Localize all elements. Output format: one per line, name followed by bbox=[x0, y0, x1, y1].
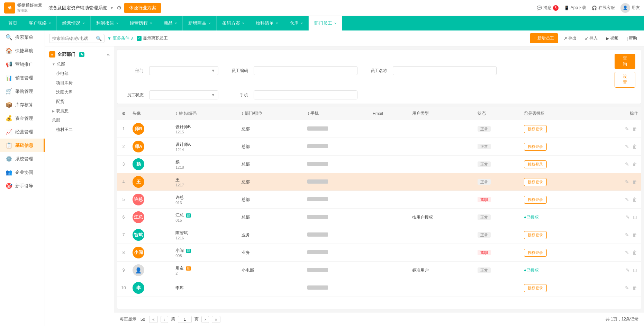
system-title-arrow[interactable]: ▼ bbox=[110, 6, 114, 10]
delete-icon[interactable]: 🗑 bbox=[632, 126, 637, 132]
edit-icon[interactable]: ✎ bbox=[625, 161, 629, 167]
sidebar-item-marketing[interactable]: 📢 营销推广 bbox=[0, 58, 45, 71]
tab-barcode[interactable]: 条码方案 × bbox=[217, 16, 250, 30]
show-resigned-wrap[interactable]: ✓ 显示离职员工 bbox=[137, 35, 168, 41]
dept-filter-select[interactable]: ▼ bbox=[149, 66, 218, 75]
copy-icon[interactable]: ⊡ bbox=[633, 267, 637, 273]
dept-tree-item-hq2[interactable]: 总部 bbox=[45, 116, 114, 125]
page-number-input[interactable] bbox=[178, 316, 192, 323]
tab-history[interactable]: 经营历程 × bbox=[124, 16, 158, 30]
edit-icon[interactable]: ✎ bbox=[625, 144, 629, 149]
app-download-btn[interactable]: 📱 App下载 bbox=[564, 5, 586, 11]
dept-filter-label: 部门 bbox=[123, 68, 144, 74]
system-title: 装备及固定资产辅助管理系统 bbox=[48, 5, 107, 11]
prev-page-button[interactable]: ‹ bbox=[161, 316, 168, 323]
query-button[interactable]: 查询 bbox=[615, 54, 635, 69]
auth-button[interactable]: 授权登录 bbox=[524, 284, 547, 292]
dept-tree-item-delivery[interactable]: 配货 bbox=[45, 97, 114, 106]
sidebar-item-system[interactable]: ⚙️ 系统管理 bbox=[0, 152, 45, 166]
tab-new-goods[interactable]: 新增商品 × bbox=[183, 16, 216, 30]
delete-icon[interactable]: 🗑 bbox=[632, 179, 637, 185]
add-employee-button[interactable]: + 新增员工 bbox=[530, 33, 558, 43]
sidebar-item-collab[interactable]: 👥 企业协同 bbox=[0, 166, 45, 179]
sidebar-item-sales[interactable]: 📊 销售管理 bbox=[0, 71, 45, 85]
auth-button[interactable]: 授权登录 bbox=[524, 160, 547, 168]
dept-tree-item-double[interactable]: ▶ 双鹿想 bbox=[45, 106, 114, 116]
tab-home[interactable]: 首页 bbox=[3, 16, 23, 30]
delete-icon[interactable]: 🗑 bbox=[632, 197, 637, 202]
auth-button[interactable]: 授权登录 bbox=[524, 125, 547, 133]
import-button[interactable]: ↙ 导入 bbox=[582, 34, 600, 43]
edit-icon[interactable]: ✎ bbox=[625, 285, 629, 291]
filter-btn[interactable]: ▼ 更多条件 ∧ bbox=[107, 35, 134, 41]
delete-icon[interactable]: 🗑 bbox=[632, 144, 637, 149]
col-name[interactable]: ↕ 姓名/编码 bbox=[173, 107, 238, 120]
edit-icon[interactable]: ✎ bbox=[625, 197, 629, 202]
auth-button[interactable]: 授权登录 bbox=[524, 231, 547, 239]
message-btn[interactable]: 💬 消息 5 bbox=[537, 5, 559, 11]
row-phone bbox=[305, 173, 370, 191]
delete-icon[interactable]: 🗑 bbox=[632, 161, 637, 167]
first-page-button[interactable]: « bbox=[149, 316, 158, 323]
phone-filter-input[interactable] bbox=[254, 90, 357, 99]
tab-goods[interactable]: 商品 × bbox=[158, 16, 183, 30]
dept-tree-item-project[interactable]: 项目库房 bbox=[45, 78, 114, 88]
last-page-button[interactable]: » bbox=[212, 316, 220, 323]
delete-icon[interactable]: 🗑 bbox=[632, 250, 637, 255]
dept-tree-item-plant[interactable]: 植村王二 bbox=[45, 125, 114, 134]
auth-button[interactable]: 授权登录 bbox=[524, 143, 547, 151]
copy-icon[interactable]: ⊡ bbox=[633, 214, 637, 220]
trial-button[interactable]: 体验行业方案 bbox=[124, 3, 161, 13]
dept-edit-badge[interactable]: ✎ bbox=[79, 52, 84, 57]
code-filter-input[interactable] bbox=[254, 66, 357, 75]
tab-operation[interactable]: 经营情况 × bbox=[57, 16, 90, 30]
auth-button[interactable]: 授权登录 bbox=[524, 196, 547, 204]
next-page-button[interactable]: › bbox=[201, 316, 209, 323]
tab-bom[interactable]: 物料清单 × bbox=[250, 16, 284, 30]
edit-icon[interactable]: ✎ bbox=[625, 232, 629, 238]
col-settings[interactable]: ⚙ bbox=[117, 107, 130, 120]
delete-icon[interactable]: 🗑 bbox=[632, 232, 637, 238]
col-dept[interactable]: ↕ 部门/职位 bbox=[239, 107, 305, 120]
edit-icon[interactable]: ✎ bbox=[625, 179, 629, 185]
gear-icon[interactable]: ⚙ bbox=[117, 5, 121, 11]
auth-button[interactable]: 授权登录 bbox=[524, 249, 547, 257]
phone-filter-label: 手机 bbox=[224, 92, 248, 98]
col-usertype: 用户类型 bbox=[409, 107, 475, 120]
delete-icon[interactable]: 🗑 bbox=[632, 285, 637, 291]
dept-tree-item-headquarter-arrow[interactable]: ▼ 总部 bbox=[45, 60, 114, 69]
tab-warehouse[interactable]: 仓库 × bbox=[284, 16, 309, 30]
collapse-icon[interactable]: « bbox=[107, 52, 110, 57]
status-filter-select[interactable]: ▼ bbox=[149, 90, 218, 99]
export-button[interactable]: ↗ 导出 bbox=[561, 34, 579, 43]
logo-icon: 畅 bbox=[4, 2, 15, 14]
sidebar-item-management[interactable]: 📈 经营管理 bbox=[0, 125, 45, 139]
pagination: 每页显示 50 « ‹ 第 页 › » 共 1页，12条记录 bbox=[114, 312, 644, 326]
sidebar-item-nav[interactable]: 🏠 快捷导航 bbox=[0, 44, 45, 58]
tab-customer[interactable]: 客户联络 × bbox=[23, 16, 57, 30]
edit-icon[interactable]: ✎ bbox=[625, 250, 629, 255]
col-phone[interactable]: ↕ 手机 bbox=[305, 107, 370, 120]
edit-icon[interactable]: ✎ bbox=[625, 126, 629, 132]
phone-blurred bbox=[307, 285, 328, 290]
sidebar-item-finance[interactable]: 💰 资金管理 bbox=[0, 112, 45, 125]
tab-dept-staff[interactable]: 部门员工 × bbox=[309, 16, 342, 30]
help-button[interactable]: | 帮助 bbox=[624, 34, 640, 43]
name-filter-input[interactable] bbox=[393, 66, 497, 75]
row-avatar: 智斌 bbox=[130, 226, 173, 244]
sidebar-item-inventory[interactable]: 📦 库存核算 bbox=[0, 98, 45, 112]
sidebar-item-guide[interactable]: 🎯 新手引导 bbox=[0, 179, 45, 193]
edit-icon[interactable]: ✎ bbox=[626, 267, 630, 273]
online-service-btn[interactable]: 🎧 在线客服 bbox=[592, 5, 615, 11]
reset-button[interactable]: 设置 bbox=[615, 72, 635, 88]
user-area[interactable]: 👤 用友 bbox=[620, 3, 640, 13]
dept-tree-item-shenyang[interactable]: 沈阳大库 bbox=[45, 88, 114, 97]
view-button[interactable]: ▶ 视频 bbox=[603, 34, 621, 43]
sidebar-item-basic[interactable]: 📋 基础信息 bbox=[0, 139, 45, 152]
tab-profit[interactable]: 利润报告 × bbox=[91, 16, 124, 30]
dept-tree-item-electric[interactable]: 小电部 bbox=[45, 69, 114, 78]
sidebar-item-search[interactable]: 🔍 搜索菜单 bbox=[0, 30, 45, 44]
sidebar-item-purchase[interactable]: 🛒 采购管理 bbox=[0, 85, 45, 98]
auth-button[interactable]: 授权登录 bbox=[524, 178, 547, 186]
edit-icon[interactable]: ✎ bbox=[626, 214, 630, 220]
